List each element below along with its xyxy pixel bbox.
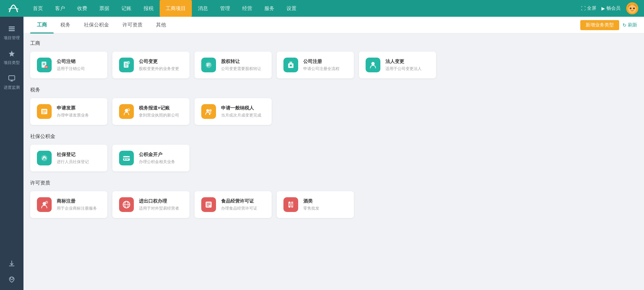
card-desc-legal-change: 适用于公司变更法人 bbox=[385, 66, 422, 72]
svg-rect-15 bbox=[43, 63, 45, 64]
card-social-insurance[interactable]: 社保登记 进行人员社保登记 bbox=[30, 145, 107, 171]
card-text-fund-account: 公积金开户 办理公积金相关业务 bbox=[139, 152, 175, 165]
nav-service[interactable]: 服务 bbox=[258, 0, 280, 17]
fullscreen-label: 全屏 bbox=[587, 5, 596, 11]
tab-tax[interactable]: 税务 bbox=[54, 17, 77, 33]
card-desc-tax-accounting: 拿到营业执照的新公司 bbox=[139, 113, 179, 118]
nav-tax[interactable]: 报税 bbox=[138, 0, 160, 17]
card-text-invoice-apply: 申请发票 办理申请发票业务 bbox=[57, 105, 89, 118]
card-title-food-license: 食品经营许可证 bbox=[221, 198, 257, 204]
sidebar-location-button[interactable] bbox=[0, 271, 23, 287]
card-desc-company-cancel: 适用于注销公司 bbox=[57, 66, 85, 72]
star-icon bbox=[7, 49, 16, 58]
card-title-legal-change: 法人变更 bbox=[385, 59, 422, 65]
svg-point-32 bbox=[128, 109, 129, 111]
scrollable-content[interactable]: 工商 公司注销 适用于注销公司 bbox=[23, 33, 644, 290]
refresh-icon: ↻ bbox=[623, 22, 627, 28]
add-type-button[interactable]: 新增业务类型 bbox=[580, 20, 619, 30]
card-import-export[interactable]: 进出口权办理 适用于对外贸易经营者 bbox=[112, 191, 190, 218]
sidebar-bottom bbox=[0, 256, 23, 290]
svg-point-6 bbox=[631, 10, 634, 11]
svg-rect-9 bbox=[9, 30, 15, 31]
card-invoice-apply[interactable]: 申请发票 办理申请发票业务 bbox=[30, 98, 107, 125]
card-desc-social-insurance: 进行人员社保登记 bbox=[57, 159, 89, 165]
card-text-company-change: 公司变更 股权变更外的业务变更 bbox=[139, 59, 179, 72]
card-desc-company-change: 股权变更外的业务变更 bbox=[139, 66, 179, 72]
card-desc-general-taxpayer: 当月或次月成变更完成 bbox=[221, 113, 261, 118]
card-title-company-change: 公司变更 bbox=[139, 59, 179, 65]
svg-rect-27 bbox=[42, 110, 46, 111]
card-text-equity-transfer: 股权转让 公司变更需要股权转让 bbox=[221, 59, 261, 72]
card-alcohol[interactable]: 酒类 零售批发 bbox=[277, 191, 354, 218]
card-trademark[interactable]: 商标注册 用于企业商标注册服务 bbox=[30, 191, 107, 218]
app-logo bbox=[3, 2, 23, 14]
tab-social-fund[interactable]: 社保公积金 bbox=[77, 17, 116, 33]
vip-button[interactable]: ▶ 畅会员 bbox=[601, 5, 621, 11]
card-general-taxpayer[interactable]: 申请一般纳税人 当月或次月成变更完成 bbox=[195, 98, 272, 125]
sidebar-item-progress-monitor[interactable]: 进度监测 bbox=[0, 70, 23, 94]
card-tax-accounting[interactable]: 税务报道+记账 拿到营业执照的新公司 bbox=[112, 98, 190, 125]
refresh-button[interactable]: ↻ 刷新 bbox=[623, 22, 637, 28]
card-icon-general-taxpayer bbox=[201, 104, 216, 119]
sidebar-item-project-manage[interactable]: 项目管理 bbox=[0, 20, 23, 45]
card-desc-invoice-apply: 办理申请发票业务 bbox=[57, 113, 89, 118]
svg-rect-38 bbox=[126, 159, 128, 160]
card-text-company-cancel: 公司注销 适用于注销公司 bbox=[57, 59, 85, 72]
cards-grid-social: 社保登记 进行人员社保登记 公积金开户 bbox=[30, 145, 637, 171]
nav-invoice[interactable]: 票据 bbox=[93, 0, 115, 17]
nav-operation[interactable]: 经营 bbox=[236, 0, 258, 17]
svg-rect-28 bbox=[42, 112, 46, 112]
svg-rect-46 bbox=[207, 206, 209, 206]
card-icon-trademark bbox=[37, 197, 52, 212]
card-icon-food-license bbox=[201, 197, 216, 212]
nav-right-area: ⛶ 全屏 ▶ 畅会员 bbox=[581, 2, 639, 15]
card-equity-transfer[interactable]: ¥ 股权转让 公司变更需要股权转让 bbox=[195, 52, 272, 78]
svg-rect-24 bbox=[290, 65, 292, 66]
nav-industrial[interactable]: 工商项目 bbox=[160, 0, 192, 17]
svg-point-34 bbox=[209, 109, 212, 112]
card-company-register[interactable]: 公司注册 申请公司注册全流程 bbox=[277, 52, 354, 78]
card-desc-trademark: 用于企业商标注册服务 bbox=[57, 206, 97, 211]
card-legal-change[interactable]: 法人变更 适用于公司变更法人 bbox=[359, 52, 436, 78]
svg-point-3 bbox=[628, 5, 636, 13]
user-avatar[interactable] bbox=[626, 2, 639, 15]
nav-fee[interactable]: 收费 bbox=[71, 0, 93, 17]
card-desc-fund-account: 办理公积金相关业务 bbox=[139, 159, 175, 165]
tab-license[interactable]: 许可资质 bbox=[116, 17, 149, 33]
vip-label: 畅会员 bbox=[606, 5, 621, 11]
tab-industrial[interactable]: 工商 bbox=[30, 17, 54, 33]
tab-others[interactable]: 其他 bbox=[149, 17, 173, 33]
nav-customer[interactable]: 客户 bbox=[49, 0, 71, 17]
card-desc-alcohol: 零售批发 bbox=[303, 206, 319, 211]
nav-accounting[interactable]: 记账 bbox=[115, 0, 138, 17]
card-company-cancel[interactable]: 公司注销 适用于注销公司 bbox=[30, 52, 107, 78]
fullscreen-button[interactable]: ⛶ 全屏 bbox=[581, 5, 596, 11]
sub-tabs-right: 新增业务类型 ↻ 刷新 bbox=[580, 20, 637, 30]
sidebar-item-project-type[interactable]: 项目类型 bbox=[0, 45, 23, 70]
card-company-change[interactable]: 公司变更 股权变更外的业务变更 bbox=[112, 52, 190, 78]
card-food-license[interactable]: 食品经营许可证 办理食品经营许可证 bbox=[195, 191, 272, 218]
card-desc-equity-transfer: 公司变更需要股权转让 bbox=[221, 66, 261, 72]
card-text-food-license: 食品经营许可证 办理食品经营许可证 bbox=[221, 198, 257, 211]
card-title-trademark: 商标注册 bbox=[57, 198, 97, 204]
nav-manage[interactable]: 管理 bbox=[214, 0, 236, 17]
card-title-company-cancel: 公司注销 bbox=[57, 59, 85, 65]
nav-message[interactable]: 消息 bbox=[192, 0, 214, 17]
svg-rect-29 bbox=[42, 113, 45, 114]
card-icon-fund-account bbox=[119, 151, 134, 165]
card-title-import-export: 进出口权办理 bbox=[139, 198, 179, 204]
card-text-trademark: 商标注册 用于企业商标注册服务 bbox=[57, 198, 97, 211]
nav-home[interactable]: 首页 bbox=[27, 0, 49, 17]
nav-settings[interactable]: 设置 bbox=[280, 0, 303, 17]
card-title-tax-accounting: 税务报道+记账 bbox=[139, 105, 179, 111]
card-icon-tax-accounting bbox=[119, 104, 134, 119]
card-fund-account[interactable]: 公积金开户 办理公积金相关业务 bbox=[112, 145, 190, 171]
card-text-general-taxpayer: 申请一般纳税人 当月或次月成变更完成 bbox=[221, 105, 261, 118]
svg-point-33 bbox=[206, 109, 209, 112]
sidebar-download-button[interactable] bbox=[0, 256, 23, 271]
sidebar-label-progress-monitor: 进度监测 bbox=[4, 85, 20, 90]
card-title-company-register: 公司注册 bbox=[303, 59, 339, 65]
card-text-alcohol: 酒类 零售批发 bbox=[303, 198, 319, 211]
card-title-general-taxpayer: 申请一般纳税人 bbox=[221, 105, 261, 111]
svg-rect-49 bbox=[289, 203, 290, 206]
